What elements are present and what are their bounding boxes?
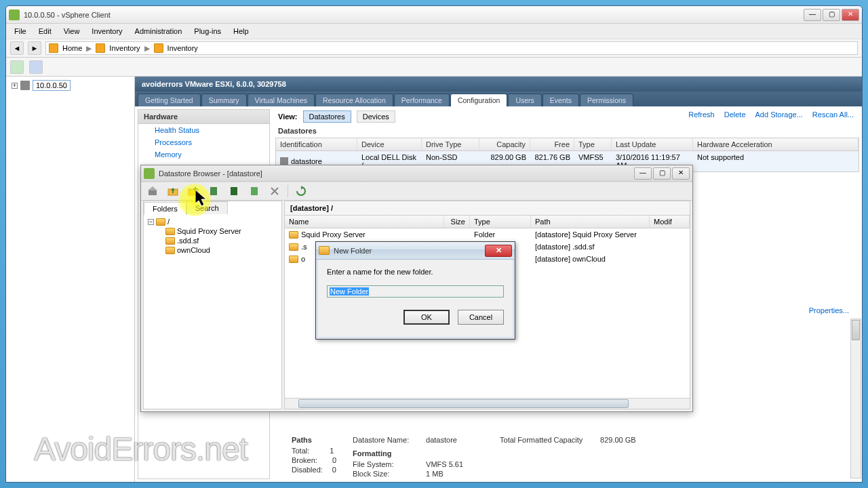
browser-toolbar bbox=[141, 182, 692, 201]
tab-events[interactable]: Events bbox=[542, 94, 579, 106]
browser-close[interactable]: ✕ bbox=[672, 167, 690, 180]
dialog-title: New Folder bbox=[334, 247, 485, 255]
action-delete[interactable]: Delete bbox=[724, 110, 746, 119]
tree-item[interactable]: Squid Proxy Server bbox=[146, 226, 279, 236]
tree-root[interactable]: −/ bbox=[146, 217, 279, 226]
col-type[interactable]: Type bbox=[574, 138, 612, 150]
bc-inv1[interactable]: Inventory bbox=[109, 44, 140, 52]
maximize-button[interactable]: ▢ bbox=[823, 9, 840, 21]
col-path[interactable]: Path bbox=[531, 216, 650, 228]
browser-folder-tree: Folders Search −/ Squid Proxy Server .sd… bbox=[143, 201, 282, 409]
folder-name-input[interactable]: New Folder bbox=[327, 285, 504, 298]
tab-permissions[interactable]: Permissions bbox=[580, 94, 633, 106]
datastore-details: Paths Total:1 Broken:0 Disabled:0 Datast… bbox=[292, 436, 854, 478]
refresh-icon[interactable] bbox=[294, 184, 309, 199]
browser-minimize[interactable]: — bbox=[634, 167, 652, 180]
menu-plugins[interactable]: Plug-ins bbox=[189, 25, 226, 37]
up-folder-icon[interactable] bbox=[165, 184, 180, 199]
expand-icon[interactable]: + bbox=[12, 83, 18, 89]
cancel-button[interactable]: Cancel bbox=[458, 310, 504, 325]
app-icon bbox=[9, 9, 20, 20]
datastores-title: Datastores bbox=[275, 124, 398, 138]
upload-icon[interactable] bbox=[226, 184, 241, 199]
menu-bar: File Edit View Inventory Administration … bbox=[6, 24, 862, 39]
col-device[interactable]: Device bbox=[357, 138, 422, 150]
dialog-close-button[interactable]: ✕ bbox=[485, 245, 512, 257]
action-add-storage[interactable]: Add Storage... bbox=[755, 110, 803, 119]
col-name[interactable]: Name bbox=[285, 216, 444, 228]
menu-view[interactable]: View bbox=[58, 25, 85, 37]
view-devices[interactable]: Devices bbox=[357, 110, 395, 123]
list-item[interactable]: Squid Proxy Server Folder [datastore] Sq… bbox=[285, 228, 690, 241]
folder-icon bbox=[289, 243, 298, 251]
folder-icon bbox=[289, 256, 298, 263]
ok-button[interactable]: OK bbox=[403, 310, 450, 325]
tab-resource-allocation[interactable]: Resource Allocation bbox=[315, 94, 393, 106]
svg-rect-6 bbox=[251, 187, 258, 195]
col-modified[interactable]: Modif bbox=[650, 216, 690, 228]
scrollbar-thumb[interactable] bbox=[298, 399, 629, 408]
col-type[interactable]: Type bbox=[470, 216, 531, 228]
tab-strip: Getting Started Summary Virtual Machines… bbox=[135, 92, 862, 106]
host-header: avoiderrors VMware ESXi, 6.0.0, 3029758 bbox=[135, 77, 862, 92]
menu-inventory[interactable]: Inventory bbox=[86, 25, 127, 37]
tree-root-node[interactable]: + 10.0.0.50 bbox=[9, 79, 132, 92]
inventory-icon-2[interactable] bbox=[154, 43, 163, 53]
browser-maximize[interactable]: ▢ bbox=[653, 167, 671, 180]
bc-home[interactable]: Home bbox=[62, 44, 82, 52]
tool-button-2[interactable] bbox=[29, 60, 43, 74]
minimize-button[interactable]: — bbox=[804, 9, 821, 21]
col-capacity[interactable]: Capacity bbox=[479, 138, 530, 150]
nav-toolbar: ◄ ► Home ▶ Inventory ▶ Inventory bbox=[6, 39, 862, 58]
tab-virtual-machines[interactable]: Virtual Machines bbox=[248, 94, 315, 106]
tab-getting-started[interactable]: Getting Started bbox=[138, 94, 201, 106]
menu-administration[interactable]: Administration bbox=[130, 25, 188, 37]
menu-edit[interactable]: Edit bbox=[33, 25, 57, 37]
view-datastores[interactable]: Datastores bbox=[303, 110, 351, 123]
tab-summary[interactable]: Summary bbox=[201, 94, 247, 106]
properties-link[interactable]: Properties... bbox=[809, 306, 849, 314]
inventory-icon[interactable] bbox=[96, 43, 105, 53]
tree-item[interactable]: .sdd.sf bbox=[146, 236, 279, 245]
bc-inv2[interactable]: Inventory bbox=[167, 44, 198, 52]
mouse-cursor bbox=[195, 190, 212, 209]
folder-icon bbox=[156, 218, 165, 226]
forward-button[interactable]: ► bbox=[28, 41, 41, 55]
col-identification[interactable]: Identification bbox=[276, 138, 357, 150]
menu-file[interactable]: File bbox=[9, 25, 32, 37]
new-folder-dialog: New Folder ✕ Enter a name for the new fo… bbox=[315, 241, 515, 340]
menu-help[interactable]: Help bbox=[228, 25, 254, 37]
scrollbar-thumb[interactable] bbox=[852, 320, 860, 340]
hw-health-status[interactable]: Health Status bbox=[138, 124, 269, 136]
tool-button-1[interactable] bbox=[10, 60, 24, 74]
tree-item[interactable]: ownCloud bbox=[146, 245, 279, 255]
back-button[interactable]: ◄ bbox=[10, 41, 24, 55]
col-hw-accel[interactable]: Hardware Acceleration bbox=[693, 138, 859, 150]
col-size[interactable]: Size bbox=[444, 216, 470, 228]
hw-processors[interactable]: Processors bbox=[138, 136, 269, 148]
tab-configuration[interactable]: Configuration bbox=[450, 94, 507, 106]
col-last-update[interactable]: Last Update bbox=[612, 138, 693, 150]
delete-icon[interactable] bbox=[267, 184, 282, 199]
upload-file-icon[interactable] bbox=[247, 184, 262, 199]
browser-icon bbox=[144, 168, 155, 179]
tree-address[interactable]: 10.0.0.50 bbox=[33, 80, 71, 91]
tab-performance[interactable]: Performance bbox=[394, 94, 450, 106]
close-button[interactable]: ✕ bbox=[842, 9, 859, 21]
home-icon[interactable] bbox=[49, 43, 58, 53]
action-rescan[interactable]: Rescan All... bbox=[812, 110, 854, 119]
folder-icon bbox=[165, 228, 175, 235]
hw-memory[interactable]: Memory bbox=[138, 148, 269, 161]
browser-title: Datastore Browser - [datastore] bbox=[159, 169, 634, 178]
tab-users[interactable]: Users bbox=[508, 94, 541, 106]
title-bar: 10.0.0.50 - vSphere Client — ▢ ✕ bbox=[6, 6, 862, 24]
folder-icon bbox=[165, 247, 175, 254]
home-icon[interactable] bbox=[145, 184, 160, 199]
col-free[interactable]: Free bbox=[530, 138, 574, 150]
tab-folders[interactable]: Folders bbox=[144, 202, 186, 215]
horizontal-scrollbar[interactable] bbox=[285, 398, 690, 409]
folder-icon bbox=[289, 231, 298, 239]
action-refresh[interactable]: Refresh bbox=[688, 110, 715, 119]
col-drive-type[interactable]: Drive Type bbox=[422, 138, 479, 150]
svg-rect-0 bbox=[149, 190, 157, 195]
